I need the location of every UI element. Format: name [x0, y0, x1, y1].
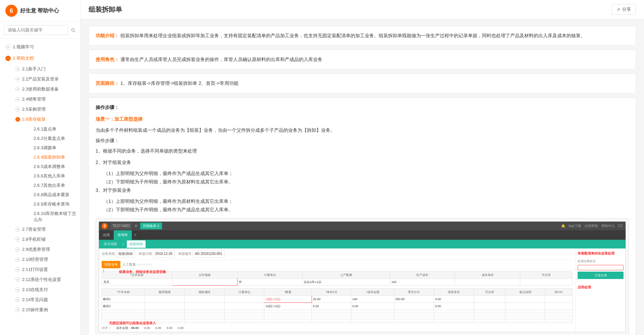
nav-list: + 1.视频学习 − 2.帮助文档 + 2.1新手入门 + 2.2产品安装及登录 [0, 39, 80, 318]
sidebar-item-ledger-fix[interactable]: 2.6.10库存账本错了怎么办 [31, 209, 80, 224]
mock-process-label: 处理结果科目 [578, 259, 624, 264]
mock-process-field [578, 265, 624, 270]
sidebar-item-cases[interactable]: + 2.15操作案例 [13, 305, 80, 315]
logo-text: 好生意 帮助中心 [20, 7, 59, 14]
sidebar-item-docs[interactable]: − 2.帮助文档 [0, 53, 80, 64]
sidebar-item-sales[interactable]: + 2.4销售管理 [13, 94, 80, 104]
mock-upper-table-container: *父件名称 父件规格 计量单位 上产数量 生产成本 成本单价 可出库 [99, 270, 575, 287]
lower-table-row-6 [102, 319, 573, 322]
sub-nav-docs: + 2.1新手入门 + 2.2产品安装及登录 + 2.3使用前数据准备 + 2.… [0, 64, 80, 315]
intro-label: 功能介绍： [96, 33, 119, 38]
sidebar-item-data-prep[interactable]: + 2.3使用前数据准备 [13, 84, 80, 94]
lower-table-row-1: 粮供1 10(以+1以) 25.00 140 250.00 [102, 296, 573, 303]
scene1-title: 场景一：加工类型选择 [96, 115, 629, 123]
search-box [0, 22, 80, 39]
mock-lower-table: *子件名称 颜用规格 辅助属性 计量单位 *数量 *单价4元 *成本金额 零件分… [102, 288, 573, 322]
upper-table-row-1: 关共 件 从以1件=1以 100 [102, 278, 573, 285]
svg-point-0 [71, 29, 74, 31]
path-card: 页面路径： 1、库存核算->库存管理->组装拆卸单 2、首页->常用功能 [89, 73, 636, 93]
highlight-cell [172, 278, 237, 285]
sidebar-item-other-in[interactable]: 2.6.6其他入库单 [31, 171, 80, 181]
screenshot-container: 6 TEST-H002 ⚙ 同期账单-1 🔔 App下载 社招帮助 帮助中心 C… [96, 218, 629, 335]
sidebar-item-other-out[interactable]: 2.6.7其他出库单 [31, 181, 80, 190]
sidebar-item-personalize[interactable]: + 2.12系统个性化设置 [13, 275, 80, 285]
sidebar-item-ledger-query[interactable]: 2.6.9库存账本查询 [31, 200, 80, 209]
mock-bottom-totals: 小计： 成本金额：89.00 0.00 0.00 0.00 0.00 [99, 324, 575, 332]
mock-process-btn: 立发生成 [578, 272, 624, 279]
mock-form-section: 业务类型 组装/拆卸 单据日期 2019-12-26 单据编号 AD-20191… [99, 248, 626, 332]
mock-app-topbar: 6 TEST-H002 ⚙ 同期账单-1 🔔 App下载 社招帮助 帮助中心 C… [99, 222, 626, 230]
sidebar-item-cost-adjust[interactable]: 2.6.5成本调整单 [31, 162, 80, 171]
sidebar-item-finance[interactable]: + 2.7资金管理 [13, 224, 80, 234]
sidebar-item-cost-recalc[interactable]: 2.6.8商品成本重算 [31, 190, 80, 200]
sidebar-item-transfer[interactable]: 2.6.3调拨单 [31, 143, 80, 153]
mock-org-select: TEST-H002 [110, 223, 132, 229]
role-card: 使用角色： 通常由生产人员或库管人员完成拆装业务的操作，库管人员确认原材料的出库… [89, 50, 636, 69]
mock-period-btn: 同期账单-1 [140, 223, 162, 229]
mock-type-val: 组装/拆卸 [116, 250, 135, 258]
mock-tab-new: 新增单 [114, 230, 132, 240]
mock-type-field: 业务类型 组装/拆卸 [102, 250, 135, 258]
ops-label: 操作步骤： [96, 136, 629, 145]
mock-bill-field: 单据编号 AD-20191226-001 [178, 250, 225, 258]
search-input[interactable] [4, 25, 68, 35]
mock-logo: 6 [102, 223, 108, 229]
sidebar-item-faq[interactable]: + 2.14常见问题 [13, 295, 80, 305]
sidebar-item-print[interactable]: + 2.11打印设置 [13, 265, 80, 275]
page-title: 组装拆卸单 [89, 5, 122, 14]
sidebar-item-operation[interactable]: + 2.10经营管理 [13, 255, 80, 265]
expand-icon-1: + [5, 44, 11, 50]
mock-subtabs: 库存调拨 1 组装拆卸 [99, 240, 626, 248]
lower-table-row-3 [102, 310, 573, 313]
sidebar-item-partial-stocktake[interactable]: 2.6.2分量盘点单 [31, 134, 80, 143]
intro-text: 组装拆卸单用来处理企业组装或拆卸等加工业务，支持有固定装配清单的产品加工业务，也… [120, 33, 585, 38]
sidebar-item-payment[interactable]: + 2.13在线支付 [13, 285, 80, 295]
mock-date-val: 2019-12-26 [153, 250, 175, 258]
mock-version-icon: ⚙ [135, 223, 138, 229]
step3-sub1: （1）上部明细为父件明细，最终作为原材料生成其它出库单； [96, 197, 629, 206]
annotation-freeform: 无固定流程可以组装在这里录入 [109, 320, 156, 326]
scene1-desc: 当由多个子件材料组装成一个成品的业务为【组装】业务，当由一个父件拆分成多个子产品… [96, 126, 629, 134]
annotation-enable: 启用处理 [578, 284, 624, 290]
path-text: 1、库存核算->库存管理->组装拆卸单 2、首页->常用功能 [120, 80, 238, 86]
main-content: 功能介绍： 组装拆卸单用来处理企业组装或拆卸等加工业务，支持有固定装配清单的产品… [80, 19, 644, 335]
sidebar-item-coupon[interactable]: + 2.9优惠券管理 [13, 244, 80, 255]
mock-lower-table-container: *子件名称 颜用规格 辅助属性 计量单位 *数量 *单价4元 *成本金额 零件分… [99, 287, 575, 324]
annotation-toggle: 组装业务、拆卸业务在这里切换 [119, 269, 166, 275]
mock-subtab-transfer: 库存调拨 [101, 240, 120, 248]
expand-icon-2: − [5, 56, 11, 61]
logo-icon: 6 [5, 5, 17, 17]
sidebar-item-new-user[interactable]: + 2.1新手入门 [13, 64, 80, 74]
sidebar-item-inventory[interactable]: − 2.6库存核算 [13, 114, 80, 124]
step2-sub1: （1）上部明细为父件明细，最终作为产成品生成其它入库单； [96, 169, 629, 178]
sidebar-item-stocktake[interactable]: 2.6.1盘点单 [31, 124, 80, 134]
sub-sub-nav-inventory: 2.6.1盘点单 2.6.2分量盘点单 2.6.3调拨单 2.6.4组装拆卸单 … [13, 124, 80, 224]
lower-table-row-4 [102, 313, 573, 316]
mock-date-field: 单据日期 2019-12-26 [139, 250, 175, 258]
path-label: 页面路径： [96, 80, 119, 86]
mock-form-main: 业务类型 组装/拆卸 单据日期 2019-12-26 单据编号 AD-20191… [99, 248, 575, 332]
mock-type-selector-row: 组装业务 人工数量 组装业务、拆卸业务在这里切换 ↑ [99, 260, 575, 270]
sidebar-item-assembly[interactable]: 2.6.4组装拆卸单 [31, 153, 80, 162]
share-button[interactable]: ↗ 分享 [611, 4, 636, 15]
step2-sub2: （2）下部明细为子件明细，最终作为原材料生成其它出库单。 [96, 178, 629, 186]
sidebar: 6 好生意 帮助中心 + 1.视频学习 − 2.帮助文档 + 2. [0, 0, 80, 335]
role-text: 通常由生产人员或库管人员完成拆装业务的操作，库管人员确认原材料的出库和产成品的入… [120, 57, 322, 62]
step3-sub2: （2）下部明细为子件明细，最终作为产成品生成其它入库单。 [96, 206, 629, 214]
mock-form-row: 业务类型 组装/拆卸 单据日期 2019-12-26 单据编号 AD-20191… [99, 248, 575, 260]
search-button[interactable] [70, 25, 76, 35]
sidebar-item-videos[interactable]: + 1.视频学习 [0, 41, 80, 53]
sidebar-item-purchase[interactable]: + 2.5采购管理 [13, 104, 80, 114]
mock-nav-tabs: 自用 新增单 × [99, 230, 626, 240]
mock-subtab-assembly: 组装拆卸 [127, 240, 146, 248]
nav-item-1: + 1.视频学习 [0, 41, 80, 53]
lower-qty-cell-1: 10(以+1以) [264, 296, 312, 303]
logo-area: 6 好生意 帮助中心 [0, 0, 80, 22]
sidebar-item-mobile[interactable]: + 2.8手机旺铺 [13, 234, 80, 244]
scene1-section: 场景一：加工类型选择 当由多个子件材料组装成一个成品的业务为【组装】业务，当由一… [96, 115, 629, 214]
intro-card: 功能介绍： 组装拆卸单用来处理企业组装或拆卸等加工业务，支持有固定装配清单的产品… [89, 26, 636, 46]
ops-title: 操作步骤： [96, 103, 629, 112]
lower-table-row-5 [102, 316, 573, 319]
sidebar-item-install[interactable]: + 2.2产品安装及登录 [13, 74, 80, 84]
mock-app-window: 6 TEST-H002 ⚙ 同期账单-1 🔔 App下载 社招帮助 帮助中心 C… [99, 221, 626, 332]
